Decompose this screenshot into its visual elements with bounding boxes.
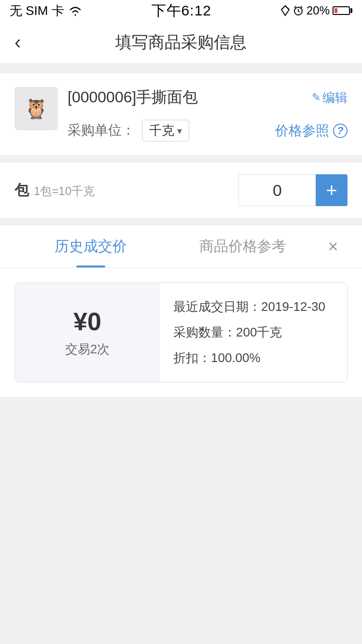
date-value: 2019-12-30 [261, 299, 325, 314]
quantity-controls: 0 + [238, 174, 348, 206]
product-thumbnail: 🦉 [14, 87, 58, 130]
edit-icon: ✎ [312, 91, 320, 104]
carrier-text: 无 SIM 卡 [10, 2, 64, 19]
unit-select[interactable]: 千克 ▾ [142, 120, 189, 141]
product-unit-row: 采购单位： 千克 ▾ 价格参照 ? [68, 120, 348, 141]
product-name-row: [0000006]手撕面包 ✎ 编辑 [68, 87, 348, 108]
alarm-icon [293, 5, 304, 16]
battery-icon [333, 6, 352, 15]
wifi-icon [68, 5, 83, 16]
qty-label: 采购数量： [173, 325, 236, 339]
tab-close-button[interactable]: × [319, 232, 348, 261]
dropdown-arrow-icon: ▾ [177, 125, 182, 137]
history-details: 最近成交日期：2019-12-30 采购数量：200千克 折扣：100.00% [160, 283, 347, 382]
price-ref-info-icon: ? [333, 124, 348, 138]
quantity-value: 0 [273, 181, 282, 200]
edit-label: 编辑 [322, 89, 348, 106]
history-price-block: ¥0 交易2次 [15, 283, 160, 382]
edit-link[interactable]: ✎ 编辑 [312, 89, 348, 106]
tabs-header: 历史成交价 商品价格参考 × [0, 225, 362, 268]
history-detail-quantity: 采购数量：200千克 [173, 323, 334, 342]
qty-value: 200千克 [236, 325, 282, 339]
price-ref-label: 价格参照 [275, 122, 329, 140]
svg-line-3 [294, 6, 296, 8]
nav-bar: ‹ 填写商品采购信息 [0, 21, 362, 64]
product-image: 🦉 [24, 98, 48, 120]
tab-price-reference[interactable]: 商品价格参考 [167, 225, 319, 267]
status-carrier: 无 SIM 卡 [10, 2, 83, 19]
history-price: ¥0 [73, 307, 101, 336]
package-icon: 包 [14, 181, 29, 200]
product-header: 🦉 [0000006]手撕面包 ✎ 编辑 采购单位： 千克 ▾ [14, 87, 348, 141]
discount-label: 折扣： [173, 350, 211, 365]
location-icon [280, 5, 290, 16]
tab-history-price[interactable]: 历史成交价 [14, 225, 167, 267]
price-ref-button[interactable]: 价格参照 ? [275, 122, 348, 140]
quantity-label: 包 1包=10千克 [14, 181, 95, 200]
tab-history-label: 历史成交价 [55, 237, 127, 256]
history-detail-date: 最近成交日期：2019-12-30 [173, 297, 334, 316]
package-note: 1包=10千克 [34, 183, 95, 199]
battery-percent: 20% [306, 4, 330, 17]
history-transactions: 交易2次 [65, 341, 110, 358]
product-card: 🦉 [0000006]手撕面包 ✎ 编辑 采购单位： 千克 ▾ [0, 73, 362, 155]
unit-value: 千克 [149, 122, 174, 139]
history-detail-discount: 折扣：100.00% [173, 349, 334, 367]
back-button[interactable]: ‹ [10, 27, 26, 58]
page-title: 填写商品采购信息 [115, 31, 247, 54]
product-name: [0000006]手撕面包 [68, 87, 198, 108]
date-label: 最近成交日期： [173, 299, 261, 314]
product-info: [0000006]手撕面包 ✎ 编辑 采购单位： 千克 ▾ 价格参照 ? [68, 87, 348, 141]
unit-label: 采购单位： [68, 123, 135, 138]
status-right-area: 20% [280, 4, 352, 17]
tab-active-indicator [76, 266, 105, 267]
unit-area: 采购单位： 千克 ▾ [68, 120, 189, 141]
tab-price-ref-label: 商品价格参考 [199, 237, 286, 256]
quantity-input[interactable]: 0 [238, 174, 316, 206]
status-bar: 无 SIM 卡 下午6:12 20% [0, 0, 362, 21]
history-price-value: ¥0 [73, 308, 101, 336]
svg-line-4 [301, 6, 302, 8]
status-time: 下午6:12 [152, 1, 211, 21]
quantity-row: 包 1包=10千克 0 + [0, 163, 362, 218]
quantity-plus-button[interactable]: + [316, 174, 348, 206]
tab-content-history: ¥0 交易2次 最近成交日期：2019-12-30 采购数量：200千克 折扣：… [0, 268, 362, 397]
history-card: ¥0 交易2次 最近成交日期：2019-12-30 采购数量：200千克 折扣：… [14, 282, 348, 382]
tabs-section: 历史成交价 商品价格参考 × ¥0 交易2次 最近成交日期：2019-12-30… [0, 225, 362, 397]
section-divider [0, 155, 362, 163]
svg-line-2 [298, 11, 300, 12]
discount-value: 100.00% [211, 350, 261, 365]
